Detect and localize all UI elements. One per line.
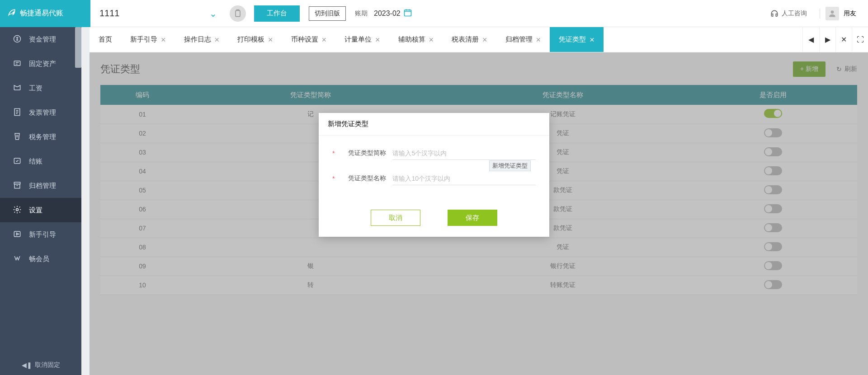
save-button[interactable]: 保存 (448, 210, 497, 226)
close-icon[interactable]: × (590, 36, 594, 44)
tab-controls: ◀ ▶ ✕ ⛶ (802, 27, 868, 52)
unpin-button[interactable]: ◀❚ 取消固定 (0, 355, 81, 375)
sidebar-item-tax[interactable]: 税务管理 (0, 125, 81, 149)
tab-label: 币种设置 (291, 35, 318, 44)
tab[interactable]: 打印模板× (228, 27, 282, 52)
company-selector[interactable]: 1111 ⌄ (90, 8, 226, 19)
sidebar-item-label: 固定资产 (29, 60, 56, 68)
logo-area: 畅捷通易代账 (0, 0, 90, 27)
svg-point-9 (16, 208, 19, 211)
close-icon[interactable]: × (375, 36, 380, 44)
sidebar-item-label: 归档管理 (29, 182, 56, 190)
period-value: 2023-02 (374, 9, 401, 18)
sidebar-item-label: 发票管理 (29, 108, 56, 117)
calendar-icon[interactable] (403, 8, 412, 19)
full-name-input[interactable] (392, 172, 536, 185)
company-value: 1111 (99, 8, 120, 19)
tab[interactable]: 计量单位× (335, 27, 389, 52)
close-icon[interactable]: × (161, 36, 166, 44)
tooltip: 新增凭证类型 (489, 160, 531, 171)
tab-close-all[interactable]: ✕ (835, 27, 852, 52)
unpin-icon: ◀❚ (22, 361, 32, 369)
headset-icon (770, 9, 779, 18)
tab[interactable]: 税表清册× (443, 27, 496, 52)
tab-label: 计量单位 (344, 35, 372, 44)
money-icon (13, 34, 22, 45)
tab[interactable]: 辅助核算× (389, 27, 443, 52)
close-icon[interactable]: × (482, 36, 487, 44)
cancel-button[interactable]: 取消 (371, 210, 420, 226)
tab-scroll-left[interactable]: ◀ (803, 27, 819, 52)
sidebar-scrollbar[interactable] (75, 27, 81, 68)
required-mark: * (332, 150, 335, 157)
close-icon[interactable]: × (215, 36, 220, 44)
support-link[interactable]: 人工咨询 (770, 9, 807, 18)
short-name-label: 凭证类型简称 (336, 149, 386, 157)
brand-name: 畅捷通易代账 (20, 9, 63, 18)
asset-icon (13, 59, 22, 69)
form-row-short-name: * 凭证类型简称 (332, 146, 536, 160)
period-label: 账期 (355, 9, 368, 18)
close-period-icon (13, 156, 22, 167)
sidebar-item-label: 设置 (29, 206, 42, 215)
tab[interactable]: 凭证类型× (550, 27, 604, 52)
salary-icon (13, 83, 22, 94)
sidebar-item-asset[interactable]: 固定资产 (0, 52, 81, 76)
archive-icon (13, 181, 22, 191)
svg-marker-11 (16, 233, 19, 235)
tab-label: 辅助核算 (398, 35, 425, 44)
svg-rect-4 (14, 61, 20, 66)
sidebar: 资金管理固定资产工资发票管理税务管理结账归档管理设置新手引导畅会员 ◀❚ 取消固… (0, 27, 81, 375)
tab[interactable]: 新手引导× (121, 27, 175, 52)
sidebar-item-label: 工资 (29, 84, 42, 93)
tab-label: 税表清册 (452, 35, 479, 44)
close-icon[interactable]: × (429, 36, 434, 44)
tab[interactable]: 首页 (90, 27, 121, 52)
modal-title: 新增凭证类型 (319, 113, 549, 136)
tax-icon (13, 132, 22, 142)
close-icon[interactable]: × (536, 36, 541, 44)
tab[interactable]: 币种设置× (282, 27, 336, 52)
tab-scroll-right[interactable]: ▶ (819, 27, 835, 52)
support-text: 人工咨询 (782, 9, 807, 18)
tab[interactable]: 归档管理× (496, 27, 550, 52)
form-row-full-name: * 凭证类型名称 (332, 172, 536, 185)
full-name-label: 凭证类型名称 (336, 174, 386, 183)
settings-icon (13, 205, 22, 216)
sidebar-item-money[interactable]: 资金管理 (0, 27, 81, 52)
sidebar-item-salary[interactable]: 工资 (0, 76, 81, 100)
close-icon[interactable]: × (268, 36, 273, 44)
avatar-icon (826, 7, 839, 20)
user-menu[interactable]: 用友 (826, 7, 856, 20)
svg-rect-0 (236, 10, 240, 16)
sidebar-item-settings[interactable]: 设置 (0, 198, 81, 222)
invoice-icon (13, 108, 22, 118)
sidebar-item-label: 税务管理 (29, 133, 56, 141)
sidebar-item-label: 畅会员 (29, 255, 49, 263)
svg-rect-8 (14, 184, 20, 188)
scroll-gutter (81, 27, 90, 375)
tab-label: 新手引导 (130, 35, 157, 44)
tab-label: 打印模板 (237, 35, 264, 44)
required-mark: * (332, 175, 335, 182)
vip-icon (13, 254, 22, 264)
feather-icon (7, 8, 16, 19)
sidebar-item-archive[interactable]: 归档管理 (0, 173, 81, 198)
guide-icon (13, 230, 22, 240)
sidebar-item-guide[interactable]: 新手引导 (0, 222, 81, 247)
clipboard-icon-button[interactable] (230, 5, 246, 22)
tab-label: 凭证类型 (559, 35, 586, 44)
fullscreen-icon[interactable]: ⛶ (852, 27, 868, 52)
sidebar-item-invoice[interactable]: 发票管理 (0, 100, 81, 125)
sidebar-item-close-period[interactable]: 结账 (0, 149, 81, 173)
short-name-input[interactable] (392, 146, 536, 160)
old-version-button[interactable]: 切到旧版 (309, 6, 346, 21)
chevron-down-icon: ⌄ (209, 8, 217, 19)
tab-label: 操作日志 (184, 35, 211, 44)
tab[interactable]: 操作日志× (175, 27, 229, 52)
sidebar-item-vip[interactable]: 畅会员 (0, 247, 81, 271)
svg-rect-1 (404, 10, 411, 16)
close-icon[interactable]: × (322, 36, 327, 44)
workspace-button[interactable]: 工作台 (254, 5, 300, 22)
unpin-label: 取消固定 (35, 361, 60, 369)
